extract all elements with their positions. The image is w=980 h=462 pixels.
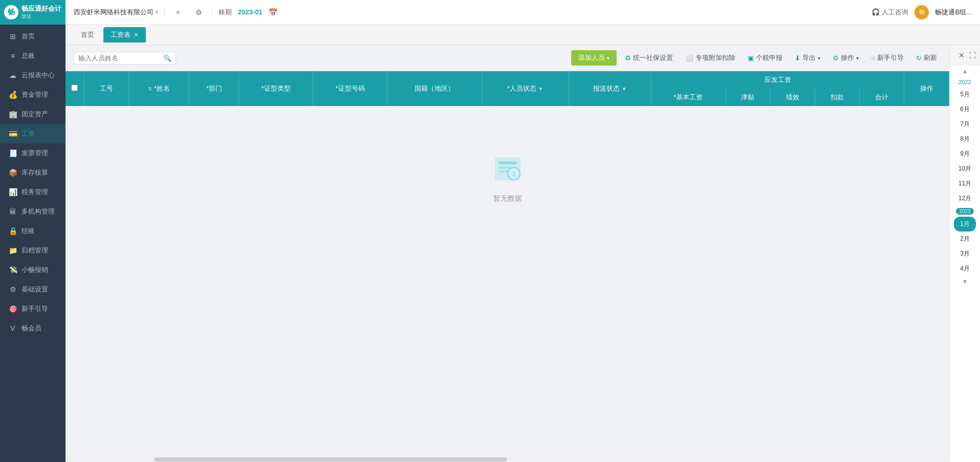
tax-icon: 📊 <box>8 188 17 196</box>
th-nationality-label: 国籍（地区） <box>415 85 454 92</box>
panel-close-button[interactable]: ✕ <box>959 51 965 59</box>
guide-button[interactable]: ○ 新手引导 <box>867 51 908 65</box>
th-performance: 绩效 <box>770 89 815 106</box>
refresh-button[interactable]: ↻ 刷新 <box>912 51 941 65</box>
settings-icon: ⚙ <box>8 285 17 293</box>
th-checkbox[interactable] <box>66 71 84 106</box>
sidebar-item-invoice[interactable]: 🧾 发票管理 <box>0 143 66 163</box>
calendar-icon[interactable]: 📅 <box>269 8 277 16</box>
period-month-2023-01[interactable]: 1月 <box>954 217 976 232</box>
sidebar-item-salary[interactable]: 💳 工资 <box>0 124 66 143</box>
deduct-icon: ⬜ <box>685 54 693 62</box>
sidebar-item-multi-org[interactable]: 🏛 多机构管理 <box>0 202 66 221</box>
period-month-2022-10[interactable]: 10月 <box>950 161 980 176</box>
period-panel-header: ✕ ⛶ <box>950 45 980 66</box>
tab-home[interactable]: 首页 <box>74 27 101 43</box>
sidebar-item-fund[interactable]: 💰 资金管理 <box>0 85 66 104</box>
period-month-2022-12[interactable]: 12月 <box>950 191 980 206</box>
sidebar-item-label: 多机构管理 <box>21 207 55 216</box>
guide-icon: 🎯 <box>8 305 17 313</box>
archive-icon: 📁 <box>8 246 17 255</box>
period-label: 账期 <box>219 8 232 17</box>
sidebar-item-archive[interactable]: 📁 归档管理 <box>0 241 66 260</box>
table-scrollbar[interactable] <box>66 457 949 462</box>
export-icon: ⬇ <box>795 54 800 62</box>
operations-button[interactable]: ⚙ 操作 ▾ <box>829 51 863 65</box>
social-insurance-button[interactable]: ♻ 统一社保设置 <box>621 51 677 65</box>
export-button[interactable]: ⬇ 导出 ▾ <box>791 51 824 65</box>
period-month-2022-06[interactable]: 6月 <box>950 102 980 117</box>
period-scroll-down[interactable]: ▼ <box>950 276 980 287</box>
th-department: *部门 <box>189 71 239 106</box>
company-selector[interactable]: 西安虾米网络科技有限公司 ▾ <box>74 8 158 17</box>
sidebar-item-label: 畅会员 <box>21 324 41 333</box>
refresh-icon: ↻ <box>916 54 922 62</box>
sidebar-item-ledger[interactable]: ≡ 总账 <box>0 46 66 66</box>
invoice-icon: 🧾 <box>8 149 17 157</box>
special-deduct-button[interactable]: ⬜ 专项附加扣除 <box>681 51 739 65</box>
period-year-2022: 2022 <box>950 77 980 87</box>
sidebar-item-guide[interactable]: 🎯 新手引导 <box>0 299 66 319</box>
sidebar-item-expense[interactable]: 💸 小畅报销 <box>0 260 66 280</box>
period-year-2023: 2023 <box>950 206 980 217</box>
tax-label: 个税申报 <box>756 53 782 62</box>
panel-expand-button[interactable]: ⛶ <box>969 51 976 59</box>
sidebar-item-label: 结账 <box>21 226 35 236</box>
tax-report-button[interactable]: ▣ 个税申报 <box>744 51 787 65</box>
operations-label: 操作 <box>841 53 854 62</box>
period-scroll-up[interactable]: ▲ <box>950 66 980 77</box>
ledger-icon: ≡ <box>8 52 17 60</box>
tab-close-icon[interactable]: ✕ <box>134 31 139 38</box>
period-month-2023-04[interactable]: 4月 <box>950 261 980 276</box>
add-company-button[interactable]: ＋ <box>171 5 185 19</box>
sidebar-item-home[interactable]: ⊞ 首页 <box>0 27 66 46</box>
settings-button[interactable]: ⚙ <box>191 5 206 19</box>
company-name: 西安虾米网络科技有限公司 <box>74 8 154 17</box>
sidebar-item-settings[interactable]: ⚙ 基础设置 <box>0 280 66 299</box>
user-service-button[interactable]: 🎧 人工咨询 <box>872 8 908 17</box>
sidebar-item-label: 总账 <box>21 51 35 60</box>
service-label: 人工咨询 <box>882 8 908 17</box>
period-month-2022-11[interactable]: 11月 <box>950 176 980 191</box>
period-month-2022-07[interactable]: 7月 <box>950 117 980 132</box>
period-month-2023-03[interactable]: 3月 <box>950 246 980 261</box>
th-operations-label: 操作 <box>920 85 933 92</box>
tab-salary-table[interactable]: 工资表 ✕ <box>103 27 146 43</box>
period-month-2022-08[interactable]: 8月 <box>950 132 980 146</box>
select-all-checkbox[interactable] <box>71 85 78 91</box>
sidebar-item-vip[interactable]: V 畅会员 <box>0 319 66 338</box>
year-2022-label: 2022 <box>959 79 971 85</box>
report-status-filter-icon[interactable]: ▼ <box>622 86 627 92</box>
tab-salary-label: 工资表 <box>111 30 130 39</box>
logo-subtitle: 旗版 <box>21 13 61 20</box>
th-deduction: 扣款 <box>815 89 859 106</box>
month-label: 2月 <box>960 235 970 242</box>
th-name-label: *姓名 <box>154 85 170 92</box>
sidebar-item-inventory[interactable]: 📦 库存核算 <box>0 163 66 182</box>
search-input[interactable] <box>78 54 160 62</box>
vip-icon: V <box>8 324 17 332</box>
sidebar-item-tax[interactable]: 📊 税务管理 <box>0 182 66 202</box>
social-icon: ♻ <box>625 54 631 62</box>
sidebar-item-label: 小畅报销 <box>21 265 48 275</box>
add-person-button[interactable]: 添加人员 ▾ <box>571 50 617 66</box>
sidebar-item-close-account[interactable]: 🔒 结账 <box>0 221 66 241</box>
search-icon: 🔍 <box>163 54 171 62</box>
scrollbar-thumb <box>154 457 508 461</box>
th-id-type: *证型类型 <box>239 71 313 106</box>
header-divider-1 <box>164 7 165 17</box>
tab-home-label: 首页 <box>81 30 94 39</box>
operations-icon: ⚙ <box>833 54 839 62</box>
period-month-2022-05[interactable]: 5月 <box>950 87 980 102</box>
period-month-2023-02[interactable]: 2月 <box>950 232 980 246</box>
guide-label: 新手引导 <box>877 53 904 62</box>
main-area: 西安虾米网络科技有限公司 ▾ ＋ ⚙ 账期 2023-01 📅 🎧 人工咨询 畅… <box>66 0 980 462</box>
search-wrapper[interactable]: 🔍 <box>74 52 176 65</box>
period-month-2022-09[interactable]: 9月 <box>950 146 980 161</box>
sidebar-item-cloud-report[interactable]: ☁ 云报表中心 <box>0 66 66 85</box>
personnel-status-filter-icon[interactable]: ▼ <box>538 86 543 92</box>
name-sort-icon[interactable]: ⇅ <box>148 86 152 92</box>
month-label: 6月 <box>960 106 970 113</box>
sidebar-item-label: 基础设置 <box>21 285 48 294</box>
sidebar-item-fixed-assets[interactable]: 🏢 固定资产 <box>0 104 66 124</box>
